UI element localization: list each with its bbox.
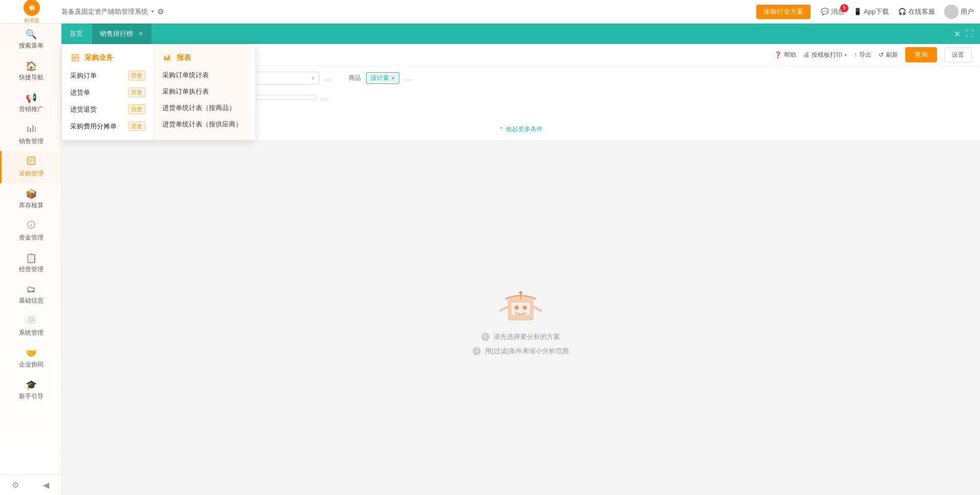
dropdown-item-report-0[interactable]: 采购订单统计表 bbox=[154, 67, 250, 83]
hint-num-1: ① bbox=[481, 333, 489, 341]
product-label: 商品 bbox=[349, 74, 361, 82]
hint-row-2: ② 用[过滤]条件来缩小分析范围 bbox=[473, 347, 568, 356]
expand-icon[interactable]: ⛶ bbox=[966, 29, 974, 38]
product-tag: 设计素 × bbox=[366, 72, 399, 84]
sidebar-item-purchase[interactable]: 采购管理 bbox=[0, 151, 61, 183]
svg-rect-4 bbox=[32, 125, 34, 132]
marketing-icon: 📢 bbox=[26, 92, 37, 103]
hint-row-1: ① 请先选择要分析的方案 bbox=[481, 332, 560, 341]
svg-point-14 bbox=[523, 306, 527, 310]
sidebar: 🔍 搜索菜单 🏠 快捷导航 📢 营销推广 销售管理 采购管理 bbox=[0, 24, 61, 495]
svg-line-18 bbox=[534, 307, 541, 311]
print-dropdown-icon[interactable]: ▾ bbox=[844, 52, 847, 58]
empty-illustration bbox=[495, 281, 546, 327]
print-button[interactable]: 🖨 按模板打印 ▾ bbox=[803, 51, 847, 59]
purchase-icon bbox=[27, 156, 36, 168]
help-button[interactable]: ❓ 帮助 bbox=[774, 51, 796, 59]
main-content: ① 请先选择要分析的方案 ② 用[过滤]条件来缩小分析范围 bbox=[61, 141, 980, 495]
dropdown-item-purchase-expense[interactable]: 采购费用分摊单 历史 bbox=[62, 118, 154, 135]
logo-area: 畅 标准版 bbox=[6, 0, 57, 24]
report-header-icon bbox=[162, 53, 173, 63]
sidebar-item-sales[interactable]: 销售管理 bbox=[0, 119, 61, 151]
topbar: 畅 标准版 装备及固定资产辅助管理系统 ▾ ⚙ 体验行业方案 💬 消息 9 📱 … bbox=[0, 0, 980, 24]
history-badge-0: 历史 bbox=[128, 71, 145, 80]
status-dots[interactable]: ... bbox=[325, 74, 333, 82]
dropdown-col-report: 报表 采购订单统计表 采购订单执行表 进货单统计表（按商品） 进货单统计表（按供… bbox=[154, 45, 250, 140]
inventory-icon: 📦 bbox=[26, 188, 37, 200]
sidebar-item-operations[interactable]: 📋 经营管理 bbox=[0, 247, 61, 279]
settings-bottom-icon[interactable]: ⚙ bbox=[12, 480, 19, 490]
basic-icon: 🗂 bbox=[27, 284, 36, 295]
dropdown-report-header: 报表 bbox=[154, 50, 250, 67]
topbar-right: 💬 消息 9 📱 App下载 🎧 在线客服 用户 bbox=[821, 5, 974, 19]
sidebar-item-marketing[interactable]: 📢 营销推广 bbox=[0, 87, 61, 119]
tab-close-icon[interactable]: ✕ bbox=[138, 30, 143, 37]
hint-num-2: ② bbox=[473, 347, 481, 355]
sidebar-item-guide[interactable]: 🎓 新手引导 bbox=[0, 374, 61, 406]
svg-rect-22 bbox=[168, 55, 170, 60]
chevron-up-icon: ⌃ bbox=[499, 126, 504, 133]
purchase-dropdown-menu: 采购业务 采购订单 历史 进货单 历史 进货退货 历史 采购费用分摊单 历史 bbox=[61, 44, 256, 140]
settings-icon[interactable]: ⚙ bbox=[157, 7, 164, 16]
product-dots[interactable]: ... bbox=[404, 74, 413, 82]
dropdown-item-purchase-return[interactable]: 进货退货 历史 bbox=[62, 101, 154, 118]
history-badge-3: 历史 bbox=[128, 121, 145, 131]
dropdown-item-report-1[interactable]: 采购订单执行表 bbox=[154, 83, 250, 100]
refresh-button[interactable]: ↺ 刷新 bbox=[879, 51, 898, 59]
dropdown-item-report-2[interactable]: 进货单统计表（按商品） bbox=[154, 100, 250, 116]
system-icon bbox=[27, 315, 36, 327]
sidebar-item-quick[interactable]: 🏠 快捷导航 bbox=[0, 55, 61, 87]
dropdown-purchase-header: 采购业务 bbox=[62, 50, 154, 67]
svg-point-10 bbox=[28, 316, 35, 324]
query-button[interactable]: 查询 bbox=[905, 47, 937, 62]
export-icon: ↑ bbox=[854, 51, 857, 58]
help-icon: ❓ bbox=[774, 51, 782, 58]
dropdown-col-purchase: 采购业务 采购订单 历史 进货单 历史 进货退货 历史 采购费用分摊单 历史 bbox=[62, 45, 154, 140]
app-download-button[interactable]: 📱 App下载 bbox=[854, 7, 889, 16]
tab-sales-rank[interactable]: 销售排行榜 ✕ bbox=[92, 24, 152, 44]
dropdown-item-purchase-incoming[interactable]: 进货单 历史 bbox=[62, 84, 154, 101]
sidebar-item-enterprise[interactable]: 🤝 企业协同 bbox=[0, 342, 61, 374]
tab-home[interactable]: 首页 bbox=[61, 24, 92, 44]
dropdown-item-purchase-order[interactable]: 采购订单 历史 bbox=[62, 67, 154, 84]
message-icon: 💬 bbox=[821, 8, 829, 15]
svg-rect-3 bbox=[30, 128, 31, 132]
operations-icon: 📋 bbox=[26, 252, 37, 264]
message-badge: 9 bbox=[840, 4, 848, 12]
close-tab-icon[interactable]: ✕ bbox=[954, 29, 961, 39]
svg-rect-21 bbox=[166, 57, 168, 60]
solution-button[interactable]: 体验行业方案 bbox=[756, 5, 811, 19]
home-icon: 🏠 bbox=[26, 60, 37, 72]
headset-icon: 🎧 bbox=[898, 8, 906, 15]
user-button[interactable]: 用户 bbox=[944, 5, 974, 19]
product-tag-close[interactable]: × bbox=[391, 75, 395, 82]
settings-button[interactable]: 设置 bbox=[944, 48, 972, 62]
dropdown-item-report-3[interactable]: 进货单统计表（按供应商） bbox=[154, 116, 250, 133]
sidebar-bottom: ⚙ ◀ bbox=[0, 475, 61, 495]
sidebar-item-inventory[interactable]: 📦 库存核算 bbox=[0, 183, 61, 215]
tab-bar-right: ✕ ⛶ bbox=[954, 29, 980, 39]
svg-line-17 bbox=[500, 307, 508, 311]
refresh-icon: ↺ bbox=[879, 51, 884, 58]
collapse-sidebar-icon[interactable]: ◀ bbox=[43, 480, 49, 490]
salesperson-dots[interactable]: ... bbox=[321, 93, 330, 101]
message-button[interactable]: 💬 消息 9 bbox=[821, 7, 844, 16]
logo-subtitle: 标准版 bbox=[24, 17, 39, 24]
logo-icon: 畅 bbox=[24, 0, 40, 16]
svg-point-16 bbox=[519, 291, 522, 294]
empty-state: ① 请先选择要分析的方案 ② 用[过滤]条件来缩小分析范围 bbox=[473, 281, 568, 356]
svg-point-13 bbox=[515, 306, 519, 310]
print-icon: 🖨 bbox=[803, 51, 809, 58]
dropdown-arrow-icon[interactable]: ▾ bbox=[151, 8, 154, 15]
sidebar-item-search[interactable]: 🔍 搜索菜单 bbox=[0, 24, 61, 55]
history-badge-1: 历史 bbox=[128, 88, 145, 97]
online-service-button[interactable]: 🎧 在线客服 bbox=[898, 7, 935, 16]
export-button[interactable]: ↑ 导出 bbox=[854, 51, 871, 59]
sidebar-item-finance[interactable]: ¥ 资金管理 bbox=[0, 215, 61, 247]
sidebar-item-basic[interactable]: 🗂 基础信息 bbox=[0, 279, 61, 310]
svg-rect-2 bbox=[27, 126, 29, 132]
sales-icon bbox=[27, 124, 36, 136]
collapse-button[interactable]: ⌃ 收起更多条件 bbox=[499, 125, 543, 134]
sidebar-item-system[interactable]: 系统管理 bbox=[0, 310, 61, 342]
tab-bar: 首页 销售排行榜 ✕ ✕ ⛶ bbox=[61, 24, 980, 44]
